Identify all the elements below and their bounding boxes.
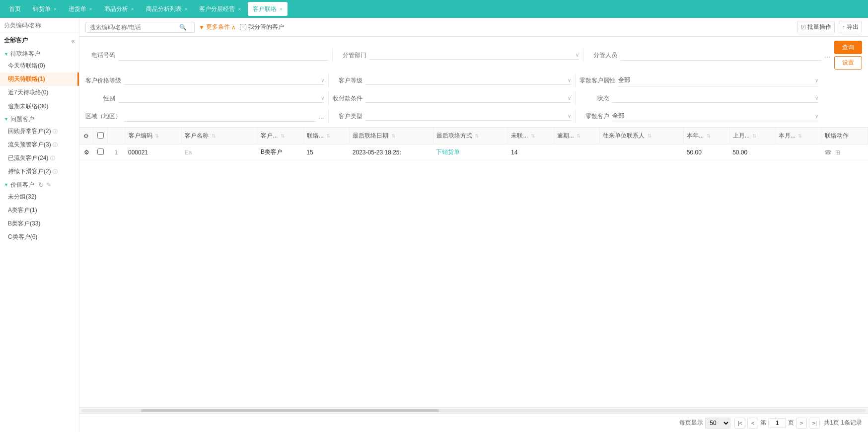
nav-close-icon[interactable]: × [54,6,57,12]
more-icon[interactable]: ... [824,51,830,59]
phone-input[interactable] [118,50,328,61]
th-last-month[interactable]: 上月... ⇅ [729,128,775,144]
edit-icon[interactable]: ✎ [46,181,51,188]
my-customers-checkbox[interactable]: 我分管的客户 [240,23,284,31]
next-page-btn[interactable]: > [796,418,807,429]
sidebar: 🔍 全部客户 « ▼ 待联络客户 今天待联络(0) 明天待联络(1) 近7天待联… [0,18,79,432]
collapse-icon[interactable]: « [71,37,75,45]
sidebar-item-tomorrow[interactable]: 明天待联络(1) [0,72,79,86]
prev-page-btn[interactable]: < [747,418,758,429]
nav-close-icon[interactable]: × [280,6,283,12]
sidebar-item-declining[interactable]: 持续下滑客户(2) ⓘ [0,165,79,178]
th-this-year[interactable]: 本年... ⇅ [684,128,729,144]
more-icon[interactable]: ... [318,112,324,120]
th-customer-type[interactable]: 客户... ⇅ [258,128,303,144]
manager-input[interactable] [620,50,821,61]
per-page-select[interactable]: 50 20 100 [705,418,730,429]
page-number-input[interactable] [768,418,786,428]
table-footer: 每页显示 50 20 100 |< < 第 页 > >| 共1页 1条记录 [79,413,868,432]
sidebar-item-churned[interactable]: 已流失客户(24) ⓘ [0,151,79,165]
search-icon[interactable]: 🔍 [179,24,187,31]
filter-retail-attr: 零散客户属性 全部∨ [579,74,818,86]
settings-button[interactable]: 设置 [834,56,862,70]
more-conditions-btn[interactable]: ▼ 更多条件 ∧ [199,23,236,31]
info-icon: ⓘ [53,169,58,174]
customer-grade-select[interactable]: ∨ [365,76,572,85]
row-no: 1 [107,144,125,160]
all-customers-header[interactable]: 全部客户 « [0,33,79,48]
nav-product-analysis-list[interactable]: 商品分析列表 × [141,2,193,16]
sidebar-item-ungrouped[interactable]: 未分组(32) [0,190,79,204]
sidebar-item-class-a[interactable]: A类客户(1) [0,204,79,217]
info-icon: ⓘ [50,155,55,161]
nav-home[interactable]: 首页 [4,2,26,16]
customer-type-select[interactable]: ∨ [365,112,572,121]
select-all-checkbox[interactable] [97,132,104,139]
table-row: ⚙ 1 000021 Ea B类客户 15 2023-05-23 18:25: … [79,144,868,160]
filter-row-1: 电话号码 分管部门 ∨ 分管人员 ... 查询 [85,41,862,70]
nav-sales-order[interactable]: 销货单 × [28,2,62,16]
scroll-thumb [141,409,439,412]
row-select-checkbox[interactable] [97,148,104,155]
dept-select[interactable]: ∨ [369,51,579,60]
th-unit-contact[interactable]: 往来单位联系人 ⇅ [600,128,684,144]
filter-region: 区域（地区） ... [85,111,324,122]
row-contact: 15 [303,144,349,160]
th-last-contact-date[interactable]: 最后联络日期 ⇅ [350,128,434,144]
gender-select[interactable]: ∨ [118,94,324,103]
payment-select[interactable]: ∨ [365,94,572,103]
export-button[interactable]: ↑ 导出 [839,21,862,33]
customer-level-select[interactable]: ∨ [124,76,324,85]
th-last-contact-method[interactable]: 最后联络方式 ⇅ [433,128,508,144]
sidebar-search-input[interactable] [4,22,78,29]
sidebar-item-class-c[interactable]: C类客户(6) [0,230,79,244]
my-customers-check[interactable] [240,24,246,30]
retail-customer-select[interactable]: 全部∨ [612,110,818,122]
th-unreached[interactable]: 未联... ⇅ [508,128,554,144]
sidebar-item-overdue[interactable]: 逾期未联络(30) [0,100,79,113]
filter-customer-grade: 客户等级 ∨ [333,76,572,85]
sidebar-item-abnormal[interactable]: 回购异常客户(2) ⓘ [0,125,79,138]
filter-manager: 分管人员 ... [587,50,830,61]
row-name: Ea [182,144,258,160]
th-contact-count[interactable]: 联络... ⇅ [303,128,349,144]
search-input[interactable] [90,24,179,31]
th-gear[interactable]: ⚙ [79,128,93,144]
nav-customer-segmentation[interactable]: 客户分层经营 × [194,2,246,16]
row-action[interactable]: ☎ ⊞ [821,144,868,160]
sidebar-item-class-b[interactable]: B类客户(33) [0,217,79,230]
status-select[interactable]: ∨ [612,94,818,103]
row-gear[interactable]: ⚙ [79,144,93,160]
th-this-month[interactable]: 本月... ⇅ [776,128,821,144]
retail-attr-select[interactable]: 全部∨ [618,74,818,86]
nav-customer-contact[interactable]: 客户联络 × [248,2,288,16]
refresh-icon[interactable]: ↻ [38,181,44,189]
row-type: B类客户 [258,144,303,160]
sidebar-item-today[interactable]: 今天待联络(0) [0,59,79,72]
th-checkbox[interactable] [93,128,107,144]
row-checkbox[interactable] [93,144,107,160]
grid-icon[interactable]: ⊞ [835,149,840,156]
sidebar-item-7days[interactable]: 近7天待联络(0) [0,86,79,99]
sidebar-item-churn-warning[interactable]: 流失预警客户(3) ⓘ [0,138,79,151]
th-customer-code[interactable]: 客户编码 ⇅ [125,128,182,144]
checkbox-icon: ☑ [800,24,806,31]
nav-product-analysis[interactable]: 商品分析 × [99,2,139,16]
phone-icon[interactable]: ☎ [824,149,832,156]
nav-close-icon[interactable]: × [185,6,188,12]
batch-op-button[interactable]: ☑ 批量操作 [797,21,835,33]
last-page-btn[interactable]: >| [809,418,820,429]
scroll-track [81,409,866,412]
th-overdue[interactable]: 逾期... ⇅ [554,128,599,144]
query-button[interactable]: 查询 [834,41,862,54]
horizontal-scrollbar[interactable] [79,407,868,413]
nav-close-icon[interactable]: × [238,6,241,12]
first-page-btn[interactable]: |< [734,418,745,429]
nav-close-icon[interactable]: × [89,6,92,12]
row-last-contact-method[interactable]: 下销货单 [433,144,508,160]
nav-close-icon[interactable]: × [131,6,134,12]
region-input[interactable] [124,111,315,122]
th-customer-name[interactable]: 客户名称 ⇅ [182,128,258,144]
sidebar-search-box: 🔍 [0,18,79,33]
nav-purchase-order[interactable]: 进货单 × [64,2,97,16]
